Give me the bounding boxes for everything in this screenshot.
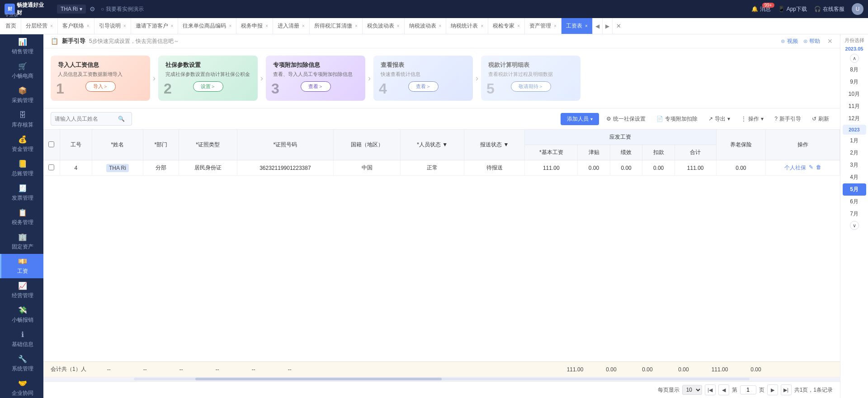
tab-unit-code[interactable]: 往来单位商品编码 × [178,18,236,34]
messages-btn[interactable]: 🔔 消息 99+ [751,5,771,13]
search-input[interactable] [55,116,118,122]
month-item-9[interactable]: 9月 [843,76,866,88]
tab-close-expert[interactable]: × [517,23,520,28]
sidebar-item-collab[interactable]: 🤝 企业协同 [0,376,43,398]
month-prev-btn[interactable]: ∧ [850,54,859,63]
month-item-8[interactable]: 8月 [843,64,866,76]
sidebar-item-purchase[interactable]: 📦 采购管理 [0,83,43,108]
month-item-2[interactable]: 2月 [843,147,866,159]
step-3-btn[interactable]: 查看＞ [301,81,331,92]
settings-icon[interactable]: ⚙ [90,5,95,13]
tab-prev-btn[interactable]: ◀ [593,18,603,34]
add-person-btn[interactable]: 添加人员 ▾ [561,113,599,125]
demo-link[interactable]: ○ 我要看实例演示 [101,5,144,13]
tab-close-layered[interactable]: × [50,23,53,28]
tab-close-customer[interactable]: × [87,23,90,28]
user-avatar[interactable]: U [852,3,863,15]
tab-close-income[interactable]: × [355,23,358,28]
tab-close-burden[interactable]: × [397,23,400,28]
month-item-12[interactable]: 12月 [843,112,866,125]
tab-income-tax[interactable]: 所得税汇算清缴 × [310,18,363,34]
tab-next-btn[interactable]: ▶ [603,18,613,34]
month-item-1[interactable]: 1月 [843,135,866,147]
sidebar-item-payroll[interactable]: 💴 工资 [0,254,43,278]
search-wrap: 🔍 [51,112,132,126]
tab-close-tax[interactable]: × [265,23,268,28]
sidebar-item-basic-info[interactable]: ℹ 基础信息 [0,327,43,351]
sidebar-item-expense[interactable]: 💸 小畅报销 [0,303,43,327]
company-selector[interactable]: THA Ri ▾ [57,5,86,14]
tab-close-all-btn[interactable]: ✕ [613,18,625,34]
tab-invite[interactable]: 邀请下游客户 × [131,18,179,34]
tab-register[interactable]: 进入清册 × [273,18,310,34]
per-page-select[interactable]: 10 20 50 [682,385,702,395]
sidebar-item-tax[interactable]: 📋 税务管理 [0,205,43,229]
edit-icon[interactable]: ✎ [809,164,813,172]
tab-close-guide[interactable]: × [123,23,126,28]
sidebar-item-ledger[interactable]: 📒 总账管理 [0,156,43,181]
page-first-btn[interactable]: |◀ [705,384,716,395]
tab-tax-stats[interactable]: 纳税统计表 × [446,18,488,34]
page-prev-btn[interactable]: ◀ [718,384,729,395]
select-all-checkbox[interactable] [48,141,54,147]
step-2-btn[interactable]: 设置＞ [193,81,223,92]
sidebar-item-fund[interactable]: 💰 资金管理 [0,132,43,156]
sidebar-item-sales[interactable]: 📊 销售管理 [0,34,43,59]
sidebar-item-system[interactable]: 🔧 系统管理 [0,351,43,376]
tab-tax-report[interactable]: 税务申报 × [236,18,273,34]
tab-close-assets[interactable]: × [554,23,557,28]
tab-customer-contact[interactable]: 客户联络 × [58,18,94,34]
export-btn[interactable]: ↗ 导出 ▾ [705,113,734,125]
step-1-btn[interactable]: 导入＞ [85,81,116,92]
tab-tax-expert[interactable]: 税检专家 × [488,18,525,34]
month-item-7[interactable]: 7月 [843,208,866,220]
guide-help-link[interactable]: ⊙ 帮助 [803,37,820,45]
sidebar-item-fixed-assets[interactable]: 🏢 固定资产 [0,229,43,254]
sidebar-item-invoice[interactable]: 🧾 发票管理 [0,181,43,205]
new-guide-btn[interactable]: ? 新手引导 [771,113,805,125]
app-download-btn[interactable]: 📱 App下载 [778,5,807,13]
tab-layered-mgmt[interactable]: 分层经营 × [21,18,58,34]
special-deduction-btn[interactable]: 📄 专项附加扣除 [653,113,701,125]
tab-tax-burden[interactable]: 税负波动表 × [363,18,405,34]
operations-btn[interactable]: ⋮ 操作 ▾ [737,113,767,125]
month-item-3[interactable]: 3月 [843,159,866,171]
tab-close-invite[interactable]: × [171,23,174,28]
guide-close-btn[interactable]: ✕ [827,37,833,45]
footer-total: 111.00 [706,366,733,373]
row-checkbox[interactable] [48,164,54,170]
sidebar-item-ecommerce[interactable]: 🛒 小畅电商 [0,59,43,83]
page-last-btn[interactable]: ▶| [781,384,792,395]
search-icon[interactable]: 🔍 [118,116,125,122]
tab-close-wave[interactable]: × [439,23,442,28]
tab-guide[interactable]: 引导说明 × [94,18,131,34]
online-support-btn[interactable]: 🎧 在线客服 [814,5,844,13]
page-next-btn[interactable]: ▶ [767,384,778,395]
tab-close-unit[interactable]: × [229,23,231,28]
unified-settings-btn[interactable]: ⚙ 统一社保设置 [603,113,649,125]
tab-home[interactable]: 首页 [1,18,21,34]
tab-close-stats[interactable]: × [481,23,483,28]
step-4-btn[interactable]: 查看＞ [408,81,439,92]
tab-close-payroll[interactable]: × [585,23,588,28]
tab-assets[interactable]: 资产管理 × [525,18,561,34]
delete-icon[interactable]: 🗑 [816,164,821,172]
month-item-11[interactable]: 11月 [843,100,866,112]
sidebar-item-inventory[interactable]: 🗄 库存核算 [0,108,43,132]
month-item-5-active[interactable]: 5月 [843,183,866,196]
scroll-bar-track[interactable] [134,378,750,380]
sidebar-item-operations[interactable]: 📈 经营管理 [0,278,43,303]
scroll-bar-thumb[interactable] [195,378,442,380]
month-item-4[interactable]: 4月 [843,171,866,183]
guide-video-link[interactable]: ⊙ 视频 [781,37,797,45]
personal-insurance-link[interactable]: 个人社保 [784,164,806,172]
refresh-btn[interactable]: ↺ 刷新 [808,113,833,125]
step-5-btn[interactable]: 敬请期待＞ [511,81,551,92]
tab-payroll[interactable]: 工资表 × [561,18,593,34]
page-input[interactable] [740,385,756,394]
tab-tax-wave[interactable]: 纳税波动表 × [405,18,447,34]
tab-close-register[interactable]: × [302,23,305,28]
month-item-6[interactable]: 6月 [843,196,866,208]
month-next-btn[interactable]: ∨ [850,221,859,230]
month-item-10[interactable]: 10月 [843,88,866,100]
